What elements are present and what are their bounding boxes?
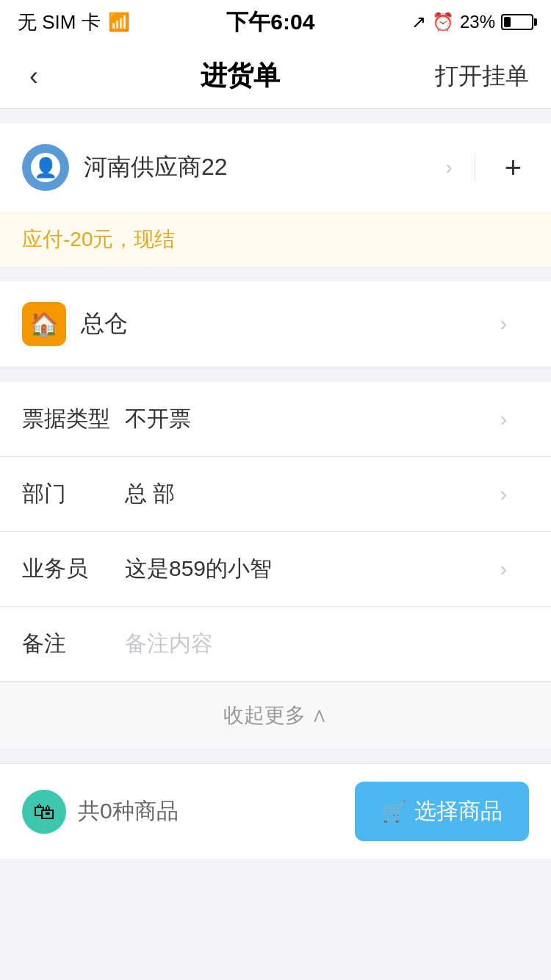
warehouse-icon: 🏠 — [29, 310, 59, 338]
select-product-icon: 🛒 — [381, 799, 407, 824]
add-supplier-button[interactable]: + — [497, 151, 529, 184]
warehouse-row[interactable]: 🏠 总仓 › — [0, 281, 551, 367]
supplier-chevron-icon: › — [445, 156, 452, 179]
supplier-avatar: 👤 — [22, 144, 69, 191]
sales-value: 这是859的小智 — [118, 554, 500, 584]
battery-percent: 23% — [460, 12, 495, 32]
background-area — [0, 859, 551, 980]
status-right: ↗ ⏰ 23% — [411, 12, 533, 32]
select-product-button[interactable]: 🛒 选择商品 — [355, 782, 529, 841]
collapse-button[interactable]: 收起更多 ∧ — [223, 702, 328, 729]
warehouse-chevron-icon: › — [500, 312, 507, 336]
page-title: 进货单 — [201, 58, 280, 94]
remark-row[interactable]: 备注 备注内容 — [0, 607, 551, 682]
invoice-value: 不开票 — [118, 404, 500, 434]
supplier-divider — [475, 153, 475, 182]
select-product-label: 选择商品 — [414, 796, 503, 826]
remark-input[interactable]: 备注内容 — [118, 629, 529, 659]
product-count-text: 共0种商品 — [78, 796, 179, 826]
bottom-bar: 🛍 共0种商品 🛒 选择商品 — [0, 763, 551, 859]
sales-chevron-icon: › — [500, 558, 507, 581]
invoice-type-row[interactable]: 票据类型 不开票 › — [0, 382, 551, 457]
sales-label: 业务员 — [22, 554, 118, 584]
nav-bar: ‹ 进货单 打开挂单 — [0, 44, 551, 109]
gap-1 — [0, 267, 551, 281]
alarm-icon: ⏰ — [432, 12, 454, 32]
notice-bar: 应付-20元，现结 — [0, 212, 551, 267]
status-bar: 无 SIM 卡 📶 下午6:04 ↗ ⏰ 23% — [0, 0, 551, 44]
sales-row[interactable]: 业务员 这是859的小智 › — [0, 532, 551, 607]
wifi-icon: 📶 — [108, 12, 130, 32]
dept-row[interactable]: 部门 总 部 › — [0, 457, 551, 532]
battery-icon — [501, 14, 533, 30]
invoice-chevron-icon: › — [500, 408, 507, 431]
product-count-wrap: 🛍 共0种商品 — [22, 790, 179, 834]
person-icon: 👤 — [34, 156, 57, 179]
supplier-name: 河南供应商22 — [84, 151, 445, 184]
product-icon-wrap: 🛍 — [22, 790, 66, 834]
dept-value: 总 部 — [118, 479, 500, 509]
back-button[interactable]: ‹ — [22, 54, 46, 99]
supplier-section: 👤 河南供应商22 › + 应付-20元，现结 — [0, 123, 551, 267]
status-time: 下午6:04 — [226, 7, 314, 37]
dept-label: 部门 — [22, 479, 118, 509]
collapse-row[interactable]: 收起更多 ∧ — [0, 682, 551, 749]
gap-2 — [0, 367, 551, 382]
supplier-row[interactable]: 👤 河南供应商22 › + — [0, 123, 551, 212]
invoice-label: 票据类型 — [22, 404, 118, 434]
carrier-text: 无 SIM 卡 — [18, 10, 101, 35]
location-icon: ↗ — [411, 12, 426, 32]
open-pending-button[interactable]: 打开挂单 — [435, 60, 529, 93]
warehouse-icon-wrap: 🏠 — [22, 302, 66, 346]
dept-chevron-icon: › — [500, 483, 507, 506]
warehouse-name: 总仓 — [81, 308, 500, 340]
notice-text: 应付-20元，现结 — [22, 228, 175, 251]
remark-label: 备注 — [22, 629, 118, 659]
form-section: 票据类型 不开票 › 部门 总 部 › 业务员 这是859的小智 › 备注 备注… — [0, 382, 551, 749]
status-left: 无 SIM 卡 📶 — [18, 10, 130, 35]
product-icon: 🛍 — [33, 799, 55, 824]
top-gap — [0, 109, 551, 123]
